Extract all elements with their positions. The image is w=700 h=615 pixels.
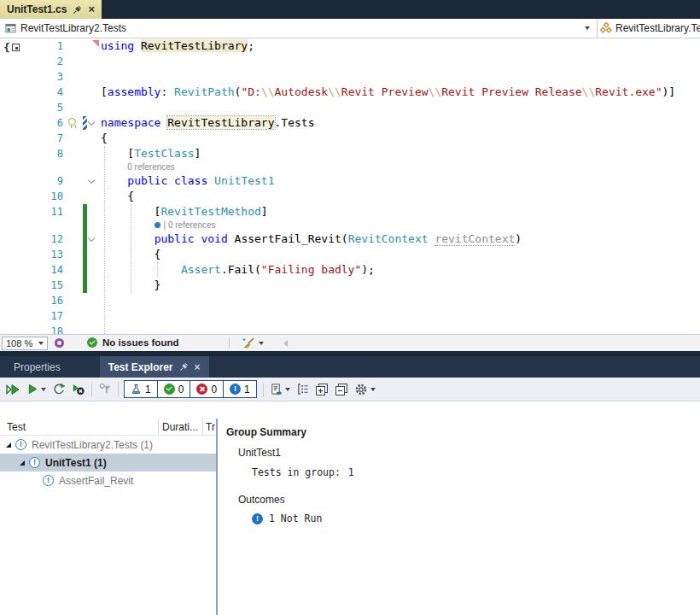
outcome-row: !1 Not Run bbox=[252, 512, 700, 524]
code-line-6[interactable]: 6namespace RevitTestLibrary.Tests bbox=[0, 115, 700, 131]
zoom-level-value: 108 % bbox=[6, 338, 32, 348]
tab-properties[interactable]: Properties bbox=[5, 356, 69, 378]
code-line-12[interactable]: 12 public void AssertFail_Revit(RevitCon… bbox=[0, 231, 700, 247]
divider bbox=[229, 337, 230, 348]
line-number: 13 bbox=[0, 247, 63, 262]
column-header-traits[interactable]: Tr bbox=[202, 419, 216, 435]
test-status-dot-icon[interactable] bbox=[155, 222, 160, 228]
notrun-icon: ! bbox=[252, 513, 263, 524]
code-line-13[interactable]: 13 { bbox=[0, 247, 700, 262]
tool-window-tab-bar: Properties Test Explorer × bbox=[0, 356, 700, 378]
line-number: 4 bbox=[0, 85, 63, 100]
tests-in-group-value: 1 bbox=[348, 466, 354, 478]
codelens-row[interactable]: | 0 references bbox=[0, 220, 700, 231]
passed-filter-button[interactable]: 0 bbox=[157, 380, 191, 398]
test-tree-row[interactable]: !AssertFail_Revit bbox=[0, 472, 216, 489]
line-number: 2 bbox=[0, 54, 63, 69]
scroll-left-arrow-icon[interactable] bbox=[283, 340, 288, 347]
code-line-15[interactable]: 15 } bbox=[0, 278, 700, 293]
chevron-down-icon bbox=[370, 388, 376, 391]
issues-indicator[interactable]: No issues found bbox=[87, 337, 178, 348]
tab-test-explorer[interactable]: Test Explorer × bbox=[100, 356, 209, 378]
line-number: 18 bbox=[0, 324, 63, 334]
notrun-filter-button[interactable]: ! 1 bbox=[223, 380, 257, 398]
code-line-3[interactable]: 3 bbox=[0, 69, 700, 85]
change-marker-icon bbox=[92, 40, 99, 47]
code-line-7[interactable]: 7{ bbox=[0, 131, 700, 146]
project-dropdown-label: RevitTestLibrary2.Tests bbox=[20, 22, 126, 34]
tree-column-headers: Test Durati... Tr bbox=[0, 419, 216, 436]
indent-guide bbox=[157, 262, 158, 278]
pin-icon[interactable] bbox=[73, 5, 82, 15]
expander-icon[interactable] bbox=[17, 460, 27, 466]
close-icon[interactable]: × bbox=[88, 4, 95, 15]
document-outline-icon[interactable]: { bbox=[3, 41, 20, 54]
code-line-10[interactable]: 10 { bbox=[0, 189, 700, 204]
document-tab-bar: UnitTest1.cs × bbox=[0, 0, 700, 19]
zoom-level-dropdown[interactable]: 108 % bbox=[2, 337, 48, 350]
code-editor[interactable]: 1using RevitTestLibrary;234[assembly: Re… bbox=[0, 38, 700, 334]
code-line-5[interactable]: 5 bbox=[0, 100, 700, 115]
divider bbox=[91, 382, 92, 397]
playlist-button[interactable] bbox=[270, 383, 290, 396]
chevron-down-icon bbox=[285, 388, 290, 391]
pin-icon[interactable] bbox=[179, 362, 189, 372]
divider bbox=[263, 382, 264, 397]
settings-button[interactable] bbox=[354, 383, 376, 396]
code-line-4[interactable]: 4[assembly: RevitPath("D:\\Autodesk\\Rev… bbox=[0, 85, 700, 100]
test-tree-row[interactable]: !UnitTest1 (1) bbox=[0, 454, 216, 472]
code-line-17[interactable]: 17 bbox=[0, 308, 700, 324]
document-health-icon[interactable] bbox=[55, 338, 64, 348]
run-all-tests-button[interactable] bbox=[5, 384, 21, 395]
collapse-all-button[interactable] bbox=[335, 383, 348, 396]
code-line-2[interactable]: 2 bbox=[0, 54, 700, 69]
tests-in-group: Tests in group:1 bbox=[252, 466, 700, 478]
code-line-18[interactable]: 18 bbox=[0, 324, 700, 334]
line-number: 7 bbox=[0, 131, 63, 146]
test-tree-row[interactable]: !RevitTestLibrary2.Tests (1) bbox=[0, 436, 216, 454]
codelens-row[interactable]: 0 references bbox=[0, 161, 700, 173]
code-line-1[interactable]: 1using RevitTestLibrary; bbox=[0, 38, 700, 54]
expander-icon[interactable] bbox=[3, 442, 14, 448]
project-icon bbox=[5, 23, 16, 33]
collapse-chevron-icon[interactable] bbox=[88, 119, 95, 126]
code-line-16[interactable]: 16 bbox=[0, 293, 700, 308]
code-line-14[interactable]: 14 Assert.Fail("Failing badly"); bbox=[0, 262, 700, 278]
total-tests-filter-button[interactable]: 1 bbox=[124, 380, 158, 398]
run-button[interactable] bbox=[27, 384, 46, 395]
outcome-rows: !1 Not Run bbox=[226, 512, 700, 524]
failed-filter-button[interactable]: 0 bbox=[190, 380, 224, 398]
column-header-duration[interactable]: Durati... bbox=[158, 419, 202, 435]
column-header-test[interactable]: Test bbox=[0, 419, 158, 435]
group-by-button[interactable] bbox=[296, 383, 309, 395]
project-dropdown[interactable]: RevitTestLibrary2.Tests bbox=[0, 19, 598, 38]
expand-all-button[interactable] bbox=[315, 383, 329, 396]
flask-icon bbox=[131, 384, 142, 395]
issues-text: No issues found bbox=[102, 337, 178, 348]
line-number: 12 bbox=[0, 231, 63, 247]
code-line-9[interactable]: 9 public class UnitTest1 bbox=[0, 173, 700, 189]
type-dropdown[interactable]: RevitTestLibrary.Tests.U bbox=[598, 19, 700, 38]
passed-icon bbox=[164, 384, 175, 395]
notrun-count: 1 bbox=[244, 384, 250, 395]
repeat-last-run-button[interactable] bbox=[52, 383, 66, 395]
close-icon[interactable]: × bbox=[195, 361, 201, 373]
test-label: UnitTest1 (1) bbox=[45, 457, 107, 469]
collapse-chevron-icon[interactable] bbox=[88, 235, 95, 242]
lightbulb-icon[interactable] bbox=[68, 118, 76, 126]
outcome-text: 1 Not Run bbox=[269, 512, 322, 524]
line-number: 8 bbox=[0, 146, 63, 161]
filter-button-disabled bbox=[98, 383, 112, 395]
saved-change-bar bbox=[83, 204, 87, 293]
collapse-chevron-icon[interactable] bbox=[88, 177, 95, 184]
cancel-run-button[interactable] bbox=[72, 383, 85, 395]
line-number: 16 bbox=[0, 293, 63, 308]
outcomes-heading: Outcomes bbox=[238, 494, 700, 506]
code-cleanup-icon[interactable] bbox=[242, 337, 256, 349]
test-label: AssertFail_Revit bbox=[59, 475, 133, 487]
file-tab-unittest1[interactable]: UnitTest1.cs × bbox=[0, 0, 102, 19]
chevron-down-icon[interactable] bbox=[259, 342, 264, 345]
code-line-11[interactable]: 11 [RevitTestMethod] bbox=[0, 204, 700, 220]
code-lines: 1using RevitTestLibrary;234[assembly: Re… bbox=[0, 38, 700, 334]
code-line-8[interactable]: 8 [TestClass] bbox=[0, 146, 700, 161]
